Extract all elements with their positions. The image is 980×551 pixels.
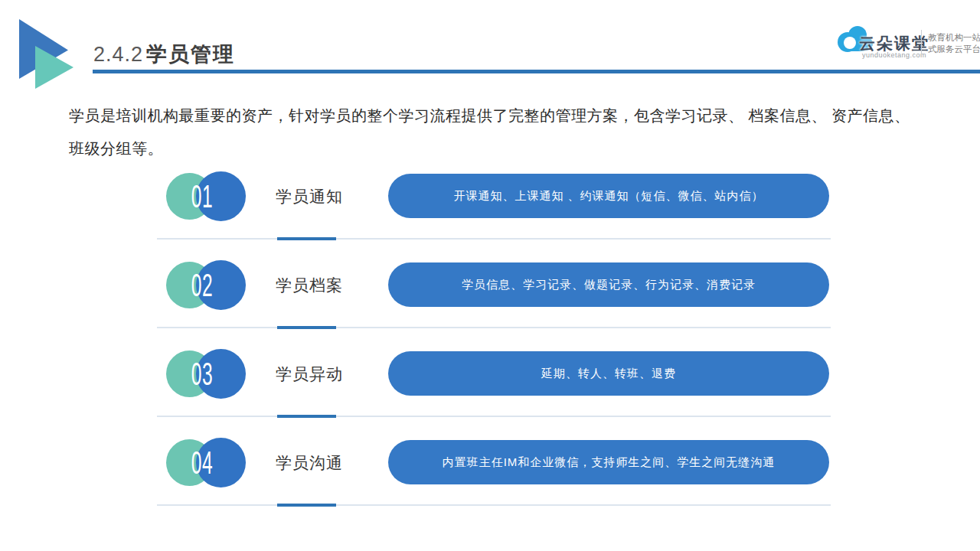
section-number: 2.4.2 (93, 43, 143, 66)
slide-canvas: { "header": { "section_number": "2.4.2",… (0, 0, 980, 551)
brand-domain: yunduoketang.com (862, 51, 926, 59)
detail-pill: 延期、转人、转班、退费 (388, 351, 829, 396)
row-label: 学员异动 (276, 364, 340, 385)
intro-line1: 学员是培训机构最重要的资产，针对学员的整个学习流程提供了完整的管理方案，包含学习… (69, 99, 942, 132)
page-title-text: 学员管理 (146, 43, 235, 66)
row-divider (157, 504, 831, 506)
row-divider (157, 238, 831, 240)
brand-tagline: 教育机构一站 式服务云平台 (928, 32, 980, 55)
row-number-badge: 03 (189, 356, 216, 393)
detail-pill: 开课通知、上课通知 、约课通知（短信、微信、站内信） (388, 174, 829, 218)
row-number-badge: 04 (189, 445, 216, 482)
detail-pill: 学员信息、学习记录、做题记录、行为记录、消费记录 (388, 262, 829, 307)
brand-tagline-line2: 式服务云平台 (928, 44, 980, 55)
row-divider (157, 327, 831, 328)
row-label: 学员档案 (276, 275, 340, 296)
row-divider-accent (277, 415, 336, 418)
row-divider-accent (277, 326, 336, 329)
title-underline (93, 70, 980, 73)
brand-divider (921, 30, 922, 57)
row-label: 学员通知 (276, 186, 340, 207)
feature-row-communication: 04 学员沟通 内置班主任IM和企业微信，支持师生之间、学生之间无缝沟通 (157, 419, 831, 507)
row-number-badge: 01 (189, 178, 216, 216)
brand-logo: 云朵课堂 yunduoketang.com 教育机构一站 式服务云平台 (835, 23, 972, 63)
row-divider-accent (277, 504, 336, 507)
page-title: 2.4.2学员管理 (93, 41, 235, 68)
row-label: 学员沟通 (276, 452, 340, 474)
detail-pill: 内置班主任IM和企业微信，支持师生之间、学生之间无缝沟通 (388, 440, 829, 484)
row-number-badge: 02 (189, 267, 216, 305)
feature-rows: 01 学员通知 开课通知、上课通知 、约课通知（短信、微信、站内信） 02 学员… (157, 152, 831, 507)
brand-tagline-line1: 教育机构一站 (928, 32, 980, 44)
feature-row-notify: 01 学员通知 开课通知、上课通知 、约课通知（短信、微信、站内信） (157, 152, 831, 241)
feature-row-archive: 02 学员档案 学员信息、学习记录、做题记录、行为记录、消费记录 (157, 241, 831, 330)
row-divider (157, 416, 831, 417)
feature-row-change: 03 学员异动 延期、转人、转班、退费 (157, 330, 831, 419)
row-divider-accent (277, 237, 336, 240)
